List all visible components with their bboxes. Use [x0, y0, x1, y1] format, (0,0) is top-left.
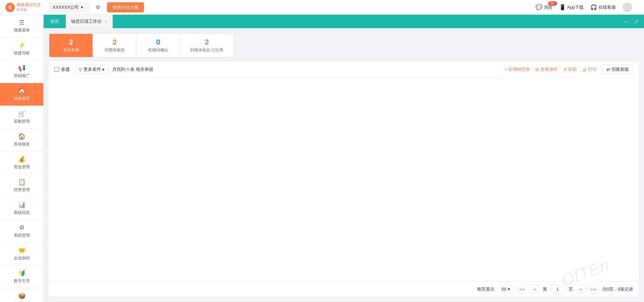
sidebar-label-marketing: 营销推广: [14, 73, 30, 79]
stats-row: 2 全部单据 2 到期未收款 0 旺辅待确认 2 到期未收款 已出库: [49, 34, 234, 57]
header-right: 💬 消息 99+ 📱 App下载 🎧 在线客服: [536, 3, 639, 12]
page-size-label: 每页显示: [477, 286, 494, 292]
sidebar-item-capital[interactable]: 💰 资金管理: [0, 152, 43, 174]
sidebar-item-search-menu[interactable]: ☰ 搜索菜单: [0, 15, 43, 38]
menu-icon: ☰: [19, 19, 24, 26]
checkbox-input[interactable]: [54, 67, 59, 72]
page-suffix: 页: [569, 286, 573, 292]
page-size-select[interactable]: 50 ▾: [498, 285, 513, 293]
stat-number-pending: 0: [147, 38, 170, 47]
stat-number-overdue-out: 2: [190, 38, 223, 47]
sidebar-item-enterprise[interactable]: 🤝 企业协同: [0, 243, 43, 265]
toolbar-right: + 新增销货单 ⊞ 批量操作 ↺ 刷新 🖨 打印: [504, 65, 633, 74]
total-records: 共0页，0条记录: [602, 286, 633, 292]
stat-label-pending: 旺辅待确认: [147, 47, 170, 53]
switch-new-version-button[interactable]: ⇄ 切换新版: [602, 65, 633, 74]
app-name-area: 畅捷通好生意 标准版: [17, 2, 41, 12]
company-chevron-icon: ▾: [81, 5, 83, 10]
prev-page-button[interactable]: ◀: [530, 285, 539, 294]
sidebar-item-sales[interactable]: 🏠 销售管理: [0, 83, 43, 106]
tab-bar: 首页 钱货日清工作台 × — ⤢: [44, 15, 644, 28]
top-header: 6 畅捷通好生意 标准版 XXXXXX公司 ▾ ⚙ 体验行业方案 💬 消息 99…: [0, 0, 644, 15]
batch-label: 批量操作: [540, 66, 558, 72]
system-icon: ⚙: [19, 224, 24, 231]
refresh-icon: ↺: [563, 67, 567, 72]
tab-expand-button[interactable]: ⤢: [633, 17, 641, 25]
count-info: 共找到 0 条 相关单据: [112, 66, 153, 72]
select-all-checkbox[interactable]: 全选: [54, 66, 70, 72]
sidebar-item-inventory[interactable]: 🏠 库存核算: [0, 129, 43, 152]
batch-operation-button[interactable]: ⊞ 批量操作: [535, 66, 558, 72]
content-area: 首页 钱货日清工作台 × — ⤢ 2 全部单据 2 到期未收款: [44, 15, 644, 302]
sidebar-label-base-info: 基础信息: [14, 210, 30, 216]
sidebar-item-purchase[interactable]: 🛒 采购管理: [0, 106, 43, 129]
table-area: [49, 78, 639, 281]
app-download-button[interactable]: 📱 App下载: [559, 4, 584, 10]
page-number-input[interactable]: [551, 285, 565, 294]
sidebar-label-operations: 经营管理: [14, 187, 30, 193]
pagination-bar: 每页显示 50 ▾ ◀◀ ◀ 第 页 ▶ ▶▶ 共0页，0条记录: [49, 281, 639, 297]
sidebar-item-quick-nav[interactable]: ⚡ 快捷导航: [0, 38, 43, 60]
sidebar-label-purchase: 采购管理: [14, 119, 30, 124]
quick-nav-icon: ⚡: [18, 42, 25, 49]
stat-card-overdue-out[interactable]: 2 到期未收款 已出库: [180, 34, 233, 57]
operations-icon: 📋: [18, 178, 25, 186]
print-label: 打印: [588, 66, 597, 72]
sidebar-item-guide[interactable]: 🔰 新手引导: [0, 265, 43, 288]
message-button[interactable]: 💬 消息 99+: [536, 4, 552, 10]
message-badge: 99+: [548, 1, 557, 6]
tab-minimize-button[interactable]: —: [623, 17, 631, 25]
sidebar-item-app-center[interactable]: 📦 应用中心: [0, 288, 43, 302]
online-service-button[interactable]: 🎧 在线客服: [590, 4, 616, 10]
app-logo-icon: 6: [5, 3, 15, 12]
add-sales-order-button[interactable]: + 新增销货单: [504, 66, 530, 72]
sidebar-item-base-info[interactable]: 📊 基础信息: [0, 197, 43, 220]
switch-label: 切换新版: [611, 66, 629, 72]
capital-icon: 💰: [18, 156, 25, 163]
stat-label-overdue: 到期未收款: [103, 47, 126, 53]
table-panel: 全选 ▽ 更多条件 ▾ 共找到 0 条 相关单据 + 新增销货单: [49, 61, 639, 297]
avatar[interactable]: [623, 3, 632, 12]
tab-active[interactable]: 钱货日清工作台 ×: [66, 15, 113, 28]
next-page-button[interactable]: ▶: [577, 285, 586, 294]
tab-close-icon[interactable]: ×: [105, 19, 107, 23]
settings-button[interactable]: ⚙: [93, 2, 103, 12]
sidebar-label-sales: 销售管理: [14, 96, 30, 102]
toolbar: 全选 ▽ 更多条件 ▾ 共找到 0 条 相关单据 + 新增销货单: [49, 61, 639, 78]
sales-icon: 🏠: [18, 87, 25, 95]
purchase-icon: 🛒: [18, 110, 25, 117]
trial-button[interactable]: 体验行业方案: [107, 2, 144, 12]
page-content: 2 全部单据 2 到期未收款 0 旺辅待确认 2 到期未收款 已出库: [44, 28, 644, 302]
marketing-icon: 📢: [18, 64, 25, 72]
batch-icon: ⊞: [535, 67, 539, 72]
filter-label: 更多条件: [84, 66, 101, 72]
last-page-button[interactable]: ▶▶: [590, 285, 598, 294]
sidebar-label-system: 系统管理: [14, 233, 30, 238]
switch-icon: ⇄: [606, 67, 610, 72]
company-selector[interactable]: XXXXXX公司 ▾: [49, 3, 89, 12]
refresh-label: 刷新: [568, 66, 577, 72]
sidebar-item-marketing[interactable]: 📢 营销推广: [0, 60, 43, 83]
sidebar-label-capital: 资金管理: [14, 164, 30, 170]
base-info-icon: 📊: [18, 201, 25, 208]
page-size-chevron-icon: ▾: [508, 287, 510, 292]
select-all-label: 全选: [61, 66, 70, 72]
sidebar: ☰ 搜索菜单 ⚡ 快捷导航 📢 营销推广 🏠 销售管理 🛒 采购管理 🏠 库存核…: [0, 15, 44, 302]
print-button[interactable]: 🖨 打印: [582, 66, 597, 72]
sidebar-item-system[interactable]: ⚙ 系统管理: [0, 220, 43, 243]
sidebar-label-search: 搜索菜单: [14, 27, 30, 33]
refresh-button[interactable]: ↺ 刷新: [563, 66, 577, 72]
enterprise-icon: 🤝: [18, 247, 25, 254]
stat-card-pending[interactable]: 0 旺辅待确认: [137, 34, 180, 57]
first-page-button[interactable]: ◀◀: [517, 285, 526, 294]
stat-card-all[interactable]: 2 全部单据: [49, 34, 93, 57]
guide-icon: 🔰: [18, 269, 25, 277]
stat-label-overdue-out: 到期未收款 已出库: [190, 47, 223, 53]
stat-number-all: 2: [59, 38, 83, 47]
stat-card-overdue[interactable]: 2 到期未收款: [93, 34, 137, 57]
count-number: 0: [127, 67, 129, 72]
filter-button[interactable]: ▽ 更多条件 ▾: [75, 65, 108, 74]
stat-label-all: 全部单据: [59, 47, 83, 53]
sidebar-item-operations[interactable]: 📋 经营管理: [0, 174, 43, 197]
tab-home[interactable]: 首页: [44, 15, 66, 28]
